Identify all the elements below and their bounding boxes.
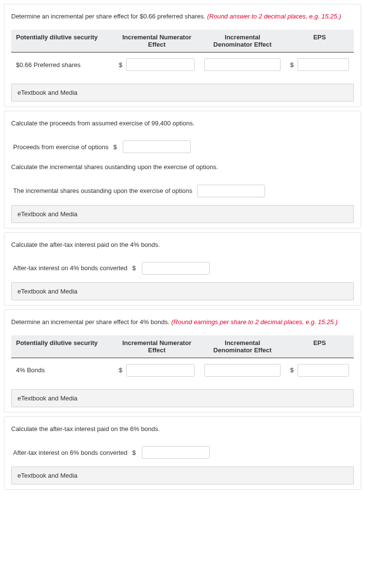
instruction-hint: (Round earnings per share to 2 decimal p… [171,318,338,326]
dollar-icon: $ [290,61,294,69]
table-row: $0.66 Preferred shares $ $ [11,52,354,77]
header-numerator: Incremental Numerator Effect [114,30,200,52]
table-header: Potentially dilutive security Incrementa… [11,30,354,52]
eps-input[interactable] [298,364,349,377]
header-security: Potentially dilutive security [11,335,114,358]
etextbook-button[interactable]: eTextbook and Media [11,205,354,223]
instruction: Calculate the incremental shares oustand… [11,161,354,173]
instruction: Calculate the after-tax interest paid on… [11,239,354,251]
numerator-input[interactable] [126,58,195,71]
table-header: Potentially dilutive security Incrementa… [11,335,354,358]
dollar-icon: $ [114,143,117,151]
dollar-icon: $ [119,61,122,69]
header-eps: EPS [285,30,354,52]
section-options: Calculate the proceeds from assumed exer… [4,111,361,228]
interest-6pct-label: After-tax interest on 6% bonds converted [13,449,128,456]
interest-4pct-row: After-tax interest on 4% bonds converted… [11,258,354,282]
proceeds-row: Proceeds from exercise of options $ [11,137,354,161]
denominator-input[interactable] [204,364,281,377]
instruction: Determine an incremental per share effec… [11,316,354,329]
eps-input[interactable] [298,58,349,71]
instruction: Calculate the after-tax interest paid on… [11,423,354,435]
interest-6pct-row: After-tax interest on 6% bonds converted… [11,442,354,467]
table-row: 4% Bonds $ $ [11,358,354,382]
table-preferred: Potentially dilutive security Incrementa… [11,30,354,77]
proceeds-label: Proceeds from exercise of options [13,143,109,151]
header-denominator: Incremental Denominator Effect [199,30,285,52]
instruction: Determine an incremental per share effec… [11,10,354,23]
section-4pct-interest: Calculate the after-tax interest paid on… [4,232,361,306]
dollar-icon: $ [119,366,122,374]
instruction-text: Determine an incremental per share effec… [11,318,171,326]
header-eps: EPS [285,335,354,358]
denominator-input[interactable] [204,58,281,71]
dollar-icon: $ [290,366,294,374]
proceeds-input[interactable] [123,140,191,153]
incremental-shares-input[interactable] [197,185,265,197]
interest-4pct-input[interactable] [142,262,210,275]
numerator-input[interactable] [126,364,195,377]
dollar-icon: $ [133,449,136,456]
etextbook-button[interactable]: eTextbook and Media [11,389,354,407]
header-denominator: Incremental Denominator Effect [199,335,285,358]
section-6pct-interest: Calculate the after-tax interest paid on… [4,416,361,490]
etextbook-button[interactable]: eTextbook and Media [11,84,354,102]
table-4pct-bonds: Potentially dilutive security Incrementa… [11,335,354,382]
section-preferred-shares: Determine an incremental per share effec… [4,4,361,107]
incremental-shares-row: The incremental shares oustanding upon t… [11,181,354,205]
row-label: $0.66 Preferred shares [11,59,114,70]
interest-4pct-label: After-tax interest on 4% bonds converted [13,264,128,272]
etextbook-button[interactable]: eTextbook and Media [11,467,354,484]
instruction: Calculate the proceeds from assumed exer… [11,117,354,130]
header-numerator: Incremental Numerator Effect [114,335,200,358]
etextbook-button[interactable]: eTextbook and Media [11,282,354,300]
dollar-icon: $ [133,264,136,272]
row-label: 4% Bonds [11,364,114,376]
instruction-hint: (Round answer to 2 decimal places, e.g. … [207,13,341,20]
section-4pct-bonds: Determine an incremental per share effec… [4,310,361,413]
interest-6pct-input[interactable] [142,446,210,459]
instruction-text: Determine an incremental per share effec… [11,13,207,20]
incremental-shares-label: The incremental shares oustanding upon t… [13,187,192,194]
header-security: Potentially dilutive security [11,30,114,52]
